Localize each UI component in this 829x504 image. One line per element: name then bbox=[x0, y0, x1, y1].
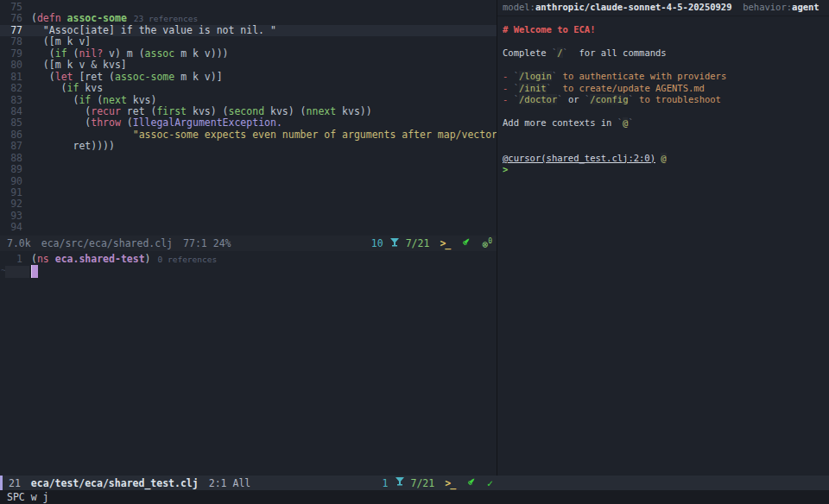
code-line[interactable]: 91 bbox=[0, 187, 497, 198]
code-text: ([m k v & kvs] bbox=[31, 59, 127, 71]
code-line[interactable]: 78 ([m k v] bbox=[0, 36, 497, 47]
cursor-context-link[interactable]: @cursor(shared_test.clj:2:0) bbox=[503, 153, 655, 163]
code-token: defn bbox=[37, 12, 61, 24]
code-text: (throw (IllegalArgumentException. bbox=[31, 117, 282, 129]
code-token: ( bbox=[31, 47, 55, 60]
list-bullet: - bbox=[503, 83, 514, 93]
code-token: "Assoc[iate] if the value is not nil. " bbox=[43, 24, 276, 36]
references-lens[interactable]: 23 references bbox=[127, 14, 198, 23]
code-line[interactable]: 80 ([m k v & kvs] bbox=[0, 60, 497, 71]
line-number: 94 bbox=[0, 222, 22, 233]
code-line[interactable]: 93 bbox=[0, 211, 497, 222]
code-token: ( bbox=[91, 94, 103, 106]
cursor-position: 2:1 bbox=[209, 477, 227, 489]
line-number: 91 bbox=[0, 187, 22, 198]
code-line[interactable]: 75 bbox=[0, 2, 497, 13]
code-token: v) m ( bbox=[103, 47, 144, 60]
evil-state-bar bbox=[0, 476, 3, 490]
code-line[interactable]: 76(defn assoc-some23 references bbox=[0, 13, 497, 24]
code-text: (let [ret (assoc-some m k v)] bbox=[31, 71, 223, 83]
line-number: 85 bbox=[0, 117, 22, 129]
line-number: 79 bbox=[0, 48, 22, 60]
code-token: nil? bbox=[79, 47, 103, 60]
code-text: ([m k v] bbox=[31, 35, 91, 47]
code-line[interactable]: 1(ns eca.shared-test)0 references bbox=[0, 254, 497, 265]
model-value[interactable]: anthropic/claude-sonnet-4-5-20250929 bbox=[535, 2, 732, 12]
funnel-icon bbox=[395, 476, 405, 489]
code-text: (defn assoc-some23 references bbox=[31, 12, 198, 24]
welcome-heading: # Welcome to ECA! bbox=[503, 24, 595, 35]
code-token: ( bbox=[67, 47, 79, 60]
code-line[interactable]: 82 (if kvs bbox=[0, 83, 497, 94]
match-count: 7/21 bbox=[411, 477, 435, 489]
code-text: (if (next kvs) bbox=[31, 94, 156, 106]
code-line[interactable]: 94 bbox=[0, 222, 497, 233]
inline-code: @ bbox=[661, 153, 666, 163]
editor-window-shared-test-clj[interactable]: ~ 1(ns eca.shared-test)0 references bbox=[0, 251, 497, 478]
line-number: 90 bbox=[0, 176, 22, 187]
code-line[interactable]: 77 "Assoc[iate] if the value is not nil.… bbox=[0, 25, 497, 36]
text-cursor[interactable] bbox=[31, 265, 38, 278]
code-token bbox=[61, 12, 67, 24]
inline-code: /init bbox=[519, 83, 547, 93]
line-number: 75 bbox=[0, 2, 22, 13]
code-token: ([m k v & kvs] bbox=[31, 59, 127, 71]
modeline-shared-clj: 7.0k eca/src/eca/shared.clj 77:1 24% 10 … bbox=[0, 236, 497, 251]
code-text: (if kvs bbox=[31, 82, 103, 94]
chat-text: to create/update AGENTS.md bbox=[552, 83, 705, 93]
model-label: model: bbox=[503, 2, 535, 12]
code-token: second bbox=[229, 105, 265, 117]
code-token: ( bbox=[31, 82, 67, 94]
chat-line: > bbox=[503, 164, 829, 176]
code-line[interactable]: 89 bbox=[0, 164, 497, 175]
error-count: 0 bbox=[488, 237, 492, 245]
code-token: ( bbox=[31, 94, 79, 106]
chat-text: Complete bbox=[503, 47, 552, 58]
line-number: 1 bbox=[0, 254, 22, 265]
behavior-value[interactable]: agent bbox=[792, 2, 820, 12]
chat-text: to authenticate with providers bbox=[557, 71, 726, 81]
code-text: "Assoc[iate] if the value is not nil. " bbox=[31, 24, 276, 36]
chat-prompt-marker[interactable]: > bbox=[503, 164, 508, 174]
buffer-size: 21 bbox=[9, 477, 21, 489]
line-number: 87 bbox=[0, 141, 22, 152]
code-token: let bbox=[55, 71, 73, 83]
chat-line: - `/login` to authenticate with provider… bbox=[503, 71, 829, 83]
header-gap bbox=[732, 2, 744, 12]
code-line[interactable]: 92 bbox=[0, 198, 497, 210]
code-line[interactable]: 84 (recur ret (first kvs) (second kvs) (… bbox=[0, 106, 497, 117]
code-token: assoc bbox=[145, 47, 175, 60]
code-line[interactable]: 81 (let [ret (assoc-some m k v)] bbox=[0, 72, 497, 83]
eca-chat-panel: model:anthropic/claude-sonnet-4-5-202509… bbox=[497, 0, 829, 476]
line-number: 93 bbox=[0, 211, 22, 222]
code-token: [ret ( bbox=[73, 71, 114, 83]
code-token: ( bbox=[31, 117, 91, 129]
code-line[interactable]: 83 (if (next kvs) bbox=[0, 95, 497, 106]
code-text: (if (nil? v) m (assoc m k v))) bbox=[31, 47, 229, 60]
line-number: 89 bbox=[0, 164, 22, 175]
code-token: first bbox=[156, 105, 187, 117]
key-echo: SPC w j bbox=[7, 491, 48, 503]
code-token: kvs) ( bbox=[264, 105, 306, 117]
funnel-icon bbox=[389, 237, 400, 250]
code-line[interactable]: 87 ret)))) bbox=[0, 141, 497, 152]
code-line[interactable]: 86 "assoc-some expects even number of ar… bbox=[0, 129, 497, 141]
inline-code: /doctor bbox=[519, 94, 557, 104]
code-line[interactable]: 90 bbox=[0, 176, 497, 187]
code-line[interactable]: 85 (throw (IllegalArgumentException. bbox=[0, 117, 497, 129]
line-number: 86 bbox=[0, 129, 22, 141]
list-bullet: - bbox=[503, 94, 514, 104]
chat-line bbox=[503, 106, 829, 118]
code-token: "assoc-some expects even number of argum… bbox=[133, 129, 497, 141]
scroll-percent: 24% bbox=[213, 237, 231, 249]
editor-window-shared-clj[interactable]: 7576(defn assoc-some23 references77 "Ass… bbox=[0, 0, 497, 237]
code-line[interactable]: 88 bbox=[0, 153, 497, 164]
chat-line bbox=[503, 129, 829, 142]
search-count: 10 bbox=[371, 237, 383, 249]
line-number: 84 bbox=[0, 106, 22, 117]
code-line[interactable]: 79 (if (nil? v) m (assoc m k v))) bbox=[0, 48, 497, 60]
chat-text: ` bbox=[628, 117, 633, 128]
code-token: ) bbox=[145, 253, 151, 265]
line-number: 80 bbox=[0, 60, 22, 71]
references-lens[interactable]: 0 references bbox=[151, 255, 218, 264]
